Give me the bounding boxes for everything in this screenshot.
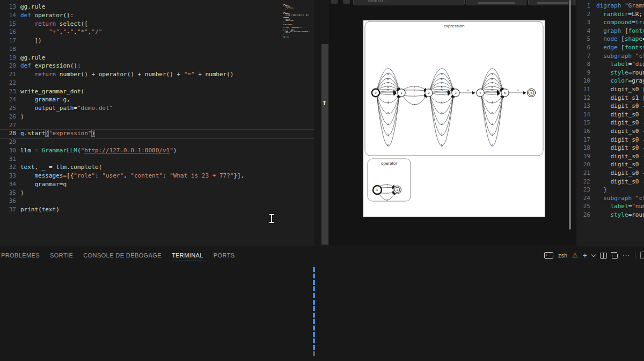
line-number[interactable]: 1 (576, 2, 590, 10)
python-editor[interactable]: 1213@g.rule14def operator():15 return se… (0, 0, 314, 246)
line-number[interactable]: 9 (576, 69, 590, 77)
line-number[interactable]: 31 (0, 155, 16, 164)
code-line[interactable]: 14 digit_s0 -> (576, 110, 644, 119)
code-line[interactable]: 26) (0, 113, 314, 121)
code-line[interactable]: 22 digit_s0 -> (576, 178, 644, 186)
chevron-down-icon[interactable] (591, 252, 596, 256)
code-line[interactable]: 23 } (576, 186, 644, 194)
line-number[interactable]: 18 (0, 45, 16, 54)
tab-terminal[interactable]: TERMINAL (172, 250, 203, 261)
code-line[interactable]: 37print(text) (0, 205, 314, 214)
line-number[interactable]: 15 (0, 20, 16, 28)
line-number[interactable]: 21 (0, 70, 16, 79)
code-line[interactable]: 30llm = GrammarLLM("http://127.0.0.1:808… (0, 146, 314, 155)
line-number[interactable]: 22 (0, 79, 16, 87)
line-number[interactable]: 16 (0, 28, 16, 36)
code-line[interactable]: 20def expression(): (0, 62, 314, 70)
code-line[interactable]: 35) (0, 189, 314, 197)
tab-problems[interactable]: PROBLÈMES (1, 250, 40, 261)
line-number[interactable]: 20 (0, 62, 16, 70)
toolbar-icon[interactable] (331, 0, 338, 4)
code-line[interactable]: 14def operator(): (0, 11, 314, 20)
line-number[interactable]: 23 (576, 186, 590, 194)
code-line[interactable]: 34 grammar=g (0, 180, 314, 189)
code-line[interactable]: 5 node [shape= (576, 35, 644, 43)
code-line[interactable]: 13@g.rule (0, 3, 314, 11)
line-number[interactable]: 15 (576, 119, 590, 127)
search-input[interactable]: Search ... (353, 0, 465, 5)
code-line[interactable]: 16 "+","-","*","/" (0, 28, 314, 36)
tab-output[interactable]: SORTIE (50, 250, 73, 261)
scrollbar[interactable] (321, 44, 328, 245)
code-line[interactable]: 8 label="digi (576, 60, 644, 69)
code-line[interactable]: 36 (0, 197, 314, 205)
split-terminal-button[interactable] (600, 253, 607, 259)
shell-label[interactable]: zsh (558, 252, 567, 259)
code-line[interactable]: 33 messages=[{"role": "user", "content":… (0, 172, 314, 180)
terminal-icon[interactable]: › (544, 252, 553, 259)
code-line[interactable]: 3 compound=true (576, 18, 644, 27)
code-line[interactable]: 10 color=gray (576, 77, 644, 85)
preview-scrollbar[interactable] (569, 0, 571, 230)
code-line[interactable]: 19 digit_s0 -> (576, 152, 644, 161)
code-line[interactable]: 12 digit_s1 [ (576, 94, 644, 102)
code-line[interactable]: 11 digit_s0 [ (576, 85, 644, 94)
line-number[interactable]: 13 (0, 3, 16, 11)
code-line[interactable]: 21 return number() + operator() + number… (0, 70, 314, 79)
new-terminal-button[interactable]: + (583, 251, 587, 260)
code-line[interactable]: 17 digit_s0 -> (576, 136, 644, 144)
line-number[interactable]: 21 (576, 169, 590, 178)
code-line[interactable]: 18 (0, 45, 314, 54)
line-number[interactable]: 25 (0, 104, 16, 113)
code-line[interactable]: 21 digit_s0 -> (576, 169, 644, 178)
line-number[interactable]: 19 (0, 54, 16, 62)
line-number[interactable]: 26 (576, 211, 590, 219)
kill-terminal-button[interactable] (612, 254, 618, 259)
line-number[interactable]: 23 (0, 87, 16, 96)
code-line[interactable]: 32text, _ = llm.complete( (0, 163, 314, 172)
line-number[interactable]: 27 (0, 121, 16, 130)
code-line[interactable]: 13 digit_s0 -> (576, 102, 644, 110)
code-line[interactable]: 1digraph "Gramma (576, 2, 644, 10)
line-number[interactable]: 35 (0, 189, 16, 197)
code-line[interactable]: 15 digit_s0 -> (576, 119, 644, 127)
line-number[interactable]: 26 (0, 113, 16, 121)
line-number[interactable]: 18 (576, 144, 590, 152)
code-line[interactable]: 7 subgraph "clu (576, 52, 644, 61)
code-line[interactable]: 2 rankdir=LR; (576, 10, 644, 19)
code-line[interactable]: 15 return select([ (0, 20, 314, 28)
line-number[interactable]: 20 (576, 160, 590, 169)
line-number[interactable]: 13 (576, 102, 590, 110)
line-number[interactable]: 24 (576, 194, 590, 203)
line-number[interactable]: 37 (0, 205, 16, 214)
toolbar-icon[interactable] (343, 0, 350, 4)
line-number[interactable]: 4 (576, 27, 590, 35)
line-number[interactable]: 10 (576, 77, 590, 85)
code-line[interactable]: 17 ]) (0, 36, 314, 45)
line-number[interactable]: 30 (0, 146, 16, 155)
dot-editor[interactable]: 1digraph "Gramma2 rankdir=LR;3 compound=… (576, 0, 644, 246)
code-line[interactable]: 24 subgraph "clu (576, 194, 644, 203)
editor-divider[interactable]: T (314, 0, 329, 246)
line-number[interactable]: 28 (0, 129, 16, 138)
tab-debug-console[interactable]: CONSOLE DE DÉBOGAGE (83, 250, 162, 261)
line-number[interactable]: 6 (576, 43, 590, 52)
code-line[interactable]: 29 (0, 138, 314, 146)
tab-ports[interactable]: PORTS (214, 250, 235, 261)
code-line[interactable]: 28g.start("expression") (0, 129, 314, 138)
code-line[interactable]: 20 digit_s0 -> (576, 160, 644, 169)
code-line[interactable]: 27 (0, 121, 314, 130)
code-line[interactable]: 25 label="num (576, 202, 644, 211)
code-line[interactable]: 31 (0, 155, 314, 164)
warning-icon[interactable]: ⚠ (572, 252, 578, 259)
line-number[interactable]: 2 (576, 10, 590, 19)
line-number[interactable]: 33 (0, 172, 16, 180)
code-line[interactable]: 4 graph [fontna (576, 27, 644, 35)
code-line[interactable]: 6 edge [fontsiz (576, 43, 644, 52)
line-number[interactable]: 17 (0, 36, 16, 45)
line-number[interactable]: 25 (576, 202, 590, 211)
code-line[interactable]: 22 (0, 79, 314, 87)
line-number[interactable]: 5 (576, 35, 590, 43)
line-number[interactable]: 24 (0, 95, 16, 104)
line-number[interactable]: 8 (576, 60, 590, 69)
